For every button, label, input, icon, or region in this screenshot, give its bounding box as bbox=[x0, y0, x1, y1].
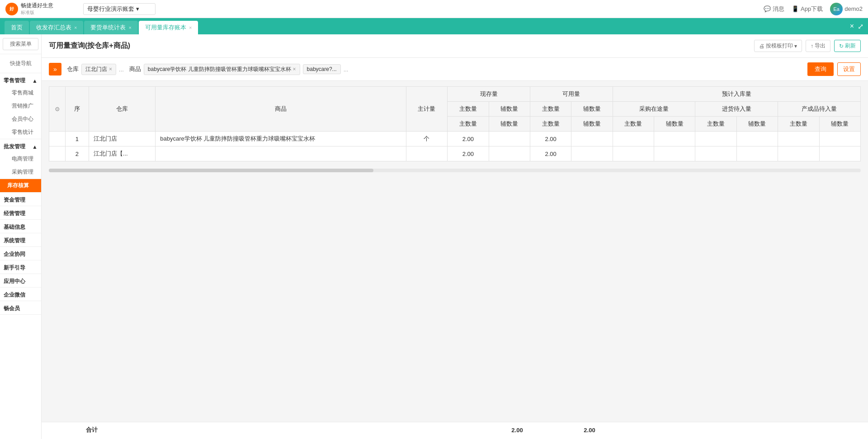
industry-selector[interactable]: 母婴行业演示账套 ▾ bbox=[83, 3, 156, 15]
footer-table: 合计 2.00 2.00 bbox=[49, 422, 861, 438]
th-no: 序 bbox=[66, 87, 89, 132]
sidebar: 搜索菜单 快捷导航 零售管理 ▲ 零售商城 营销推广 会员中心 零售统计 批发管… bbox=[0, 34, 42, 439]
sidebar-item-ecommerce[interactable]: 电商管理 bbox=[0, 152, 41, 165]
print-button[interactable]: 🖨 按模板打印 ▾ bbox=[754, 40, 802, 52]
sidebar-item-vip[interactable]: 畅会员 bbox=[0, 301, 41, 314]
sidebar-item-retail-shop[interactable]: 零售商城 bbox=[0, 86, 41, 99]
th-inc-main: 主数量 bbox=[695, 117, 736, 132]
app-download-button[interactable]: 📱 App下载 bbox=[792, 5, 823, 13]
page-header-actions: 🖨 按模板打印 ▾ ↑ 导出 ↻ 刷新 bbox=[754, 40, 861, 57]
sidebar-item-inventory[interactable]: 库存核算 bbox=[0, 179, 41, 192]
close-tab-1[interactable]: × bbox=[74, 25, 77, 30]
remove-warehouse-tag[interactable]: × bbox=[109, 66, 112, 72]
th-prod-main: 主数量 bbox=[778, 117, 819, 132]
product-tag-2[interactable]: babycare?... bbox=[303, 64, 341, 74]
cell-pur-aux-1 bbox=[654, 132, 695, 146]
main-layout: 搜索菜单 快捷导航 零售管理 ▲ 零售商城 营销推广 会员中心 零售统计 批发管… bbox=[0, 34, 868, 439]
sidebar-section-retail-title[interactable]: 零售管理 ▲ bbox=[0, 73, 41, 86]
table-scroll[interactable]: ⚙ 序 仓库 商品 主计量 现存量 可用量 预计入库量 主数量 辅 bbox=[49, 86, 861, 161]
cell-prod-main-1 bbox=[778, 132, 819, 146]
logo-text: 畅捷通好生意 bbox=[21, 2, 53, 9]
export-icon: ↑ bbox=[811, 43, 813, 49]
app-icon: 📱 bbox=[792, 5, 799, 12]
sidebar-item-enterprise[interactable]: 企业协同 bbox=[0, 247, 41, 260]
th-pur-aux: 辅数量 bbox=[654, 117, 695, 132]
th-av-aux: 辅数量 bbox=[571, 117, 613, 132]
data-table: ⚙ 序 仓库 商品 主计量 现存量 可用量 预计入库量 主数量 辅 bbox=[49, 86, 861, 161]
sidebar-item-basic[interactable]: 基础信息 bbox=[0, 220, 41, 233]
sidebar-section-newbie: 新手引导 bbox=[0, 260, 41, 274]
scroll-thumb[interactable] bbox=[49, 169, 373, 172]
sidebar-section-operations: 经营管理 bbox=[0, 206, 41, 220]
table-settings-icon[interactable]: ⚙ bbox=[55, 106, 60, 113]
tab-receive-summary[interactable]: 收发存汇总表 × bbox=[30, 21, 83, 34]
warehouse-tag[interactable]: 江北门店 × bbox=[81, 64, 116, 75]
filter-actions: 查询 设置 bbox=[807, 62, 861, 76]
sidebar-item-member[interactable]: 会员中心 bbox=[0, 113, 41, 126]
cell-warehouse-2: 江北门店【... bbox=[89, 146, 155, 161]
cell-unit-2 bbox=[406, 146, 447, 161]
cell-pur-aux-2 bbox=[654, 146, 695, 161]
summary-row: 合计 2.00 2.00 bbox=[49, 422, 861, 438]
sidebar-item-finance[interactable]: 资金管理 bbox=[0, 193, 41, 206]
avatar: Ea bbox=[830, 3, 843, 15]
page-header: 可用量查询(按仓库+商品) 🖨 按模板打印 ▾ ↑ 导出 ↻ 刷新 bbox=[42, 34, 868, 58]
logo-area: 好 畅捷通好生意 标准版 bbox=[5, 2, 78, 16]
th-current-stock: 现存量 bbox=[448, 87, 530, 102]
search-menu-button[interactable]: 搜索菜单 bbox=[3, 38, 38, 50]
cell-cur-main-2: 2.00 bbox=[448, 146, 489, 161]
setting-button[interactable]: 设置 bbox=[837, 62, 861, 76]
sidebar-quick-nav[interactable]: 快捷导航 bbox=[0, 54, 41, 73]
remove-product-tag-1[interactable]: × bbox=[293, 66, 296, 72]
cell-prod-aux-1 bbox=[819, 132, 860, 146]
cell-pur-main-1 bbox=[613, 132, 654, 146]
sidebar-item-newbie[interactable]: 新手引导 bbox=[0, 260, 41, 274]
sidebar-item-wechat[interactable]: 企业微信 bbox=[0, 288, 41, 301]
th-product-pending: 产成品待入量 bbox=[778, 102, 861, 117]
cell-product-2 bbox=[156, 146, 406, 161]
close-window-icon[interactable]: × bbox=[850, 22, 854, 30]
th-pur-main: 主数量 bbox=[613, 117, 654, 132]
query-button[interactable]: 查询 bbox=[807, 62, 834, 76]
sidebar-section-finance: 资金管理 bbox=[0, 193, 41, 206]
cell-warehouse-1: 江北门店 bbox=[89, 132, 155, 146]
sidebar-item-app-center[interactable]: 应用中心 bbox=[0, 274, 41, 287]
page-title: 可用量查询(按仓库+商品) bbox=[49, 41, 130, 56]
cell-cur-aux-1 bbox=[489, 132, 530, 146]
cell-av-main-2: 2.00 bbox=[530, 146, 571, 161]
export-button[interactable]: ↑ 导出 bbox=[806, 40, 830, 52]
refresh-button[interactable]: ↻ 刷新 bbox=[834, 40, 861, 52]
nav-tabs: 首页 收发存汇总表 × 要货单统计表 × 可用量库存账本 × × ⤢ bbox=[0, 18, 868, 34]
user-menu[interactable]: Ea demo2 bbox=[830, 3, 863, 15]
scroll-track[interactable] bbox=[49, 169, 861, 172]
warehouse-more-button[interactable]: ... bbox=[119, 66, 124, 73]
sidebar-item-marketing[interactable]: 营销推广 bbox=[0, 99, 41, 113]
product-more-button[interactable]: ... bbox=[344, 66, 349, 73]
th-main-unit: 主计量 bbox=[406, 87, 447, 132]
close-tab-2[interactable]: × bbox=[128, 25, 131, 30]
th-current-aux: 辅数量 bbox=[489, 102, 530, 117]
print-icon: 🖨 bbox=[759, 43, 764, 49]
tab-order-stats[interactable]: 要货单统计表 × bbox=[84, 21, 137, 34]
tab-available-inventory[interactable]: 可用量库存账本 × bbox=[139, 21, 198, 34]
sidebar-item-system[interactable]: 系统管理 bbox=[0, 233, 41, 246]
sidebar-item-purchase[interactable]: 采购管理 bbox=[0, 165, 41, 179]
close-tab-3[interactable]: × bbox=[189, 25, 192, 30]
sidebar-section-system: 系统管理 bbox=[0, 233, 41, 247]
sidebar-section-wholesale-title[interactable]: 批发管理 ▲ bbox=[0, 139, 41, 152]
sidebar-section-enterprise: 企业协同 bbox=[0, 247, 41, 260]
sidebar-section-vip: 畅会员 bbox=[0, 301, 41, 315]
filter-toggle-button[interactable]: » bbox=[49, 63, 61, 76]
message-button[interactable]: 💬 消息 bbox=[764, 5, 784, 13]
bottom-scrollbar[interactable] bbox=[42, 167, 868, 174]
sidebar-item-retail-stats[interactable]: 零售统计 bbox=[0, 126, 41, 139]
sidebar-search-area: 搜索菜单 bbox=[0, 34, 41, 54]
tab-home[interactable]: 首页 bbox=[5, 21, 29, 34]
product-tag-1[interactable]: babycare学饮杯 儿童防摔防撞吸管杯重力球吸嘴杯宝宝水杯 × bbox=[144, 64, 300, 75]
table-row: 1 江北门店 babycare学饮杯 儿童防摔防撞吸管杯重力球吸嘴杯宝宝水杯 个… bbox=[49, 132, 861, 146]
sidebar-item-operations[interactable]: 经营管理 bbox=[0, 206, 41, 219]
sidebar-section-wholesale: 批发管理 ▲ 电商管理 采购管理 bbox=[0, 139, 41, 179]
logo-icon: 好 bbox=[5, 3, 18, 15]
th-current-main: 主数量 bbox=[448, 102, 489, 117]
expand-window-icon[interactable]: ⤢ bbox=[858, 22, 863, 31]
